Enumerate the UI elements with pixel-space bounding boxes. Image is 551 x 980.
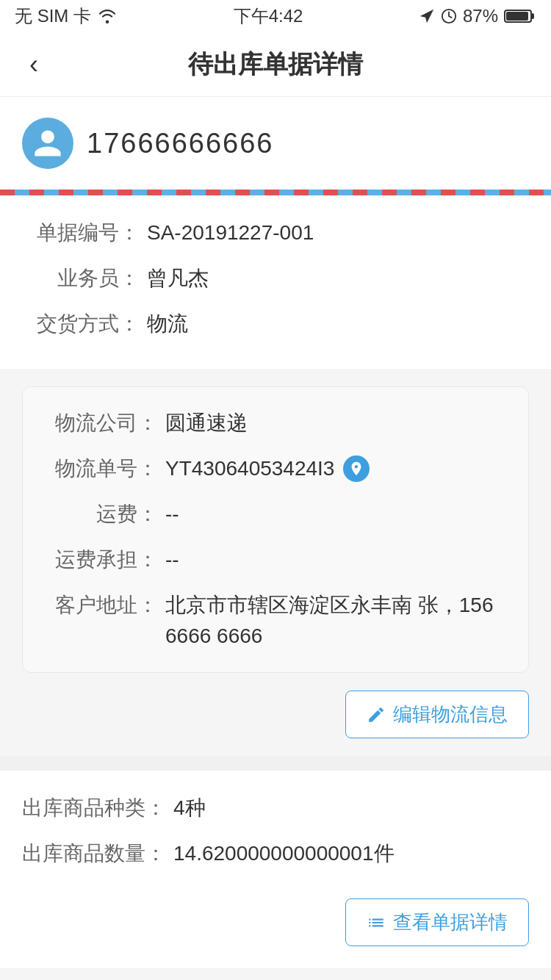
delivery-method-row: 交货方式： 物流	[22, 309, 529, 339]
order-number-value: SA-20191227-001	[147, 217, 529, 248]
address-label: 客户地址：	[40, 590, 158, 621]
address-row: 客户地址： 北京市市辖区海淀区永丰南 张，156 6666 6666	[40, 590, 511, 652]
avatar	[22, 118, 73, 169]
tracking-location-button[interactable]	[343, 455, 370, 482]
freight-label: 运费：	[40, 499, 158, 530]
goods-types-label: 出库商品种类：	[22, 793, 166, 824]
logistics-company-value: 圆通速递	[165, 408, 511, 439]
location-arrow-icon	[419, 8, 435, 24]
sales-person-row: 业务员： 曾凡杰	[22, 263, 529, 294]
view-details-label: 查看单据详情	[393, 909, 508, 935]
goods-quantity-label: 出库商品数量：	[22, 838, 166, 869]
freight-bearer-label: 运费承担：	[40, 544, 158, 575]
sales-person-value: 曾凡杰	[147, 263, 529, 294]
order-number-label: 单据编号：	[22, 217, 140, 248]
battery-text: 87%	[463, 6, 498, 26]
map-pin-icon	[348, 461, 364, 477]
order-number-row: 单据编号： SA-20191227-001	[22, 217, 529, 248]
freight-value: --	[165, 499, 511, 530]
empty-space	[0, 968, 551, 980]
logistics-tracking-number: YT43064053424I3	[165, 453, 334, 484]
logistics-tracking-row: 物流单号： YT43064053424I3	[40, 453, 511, 484]
delivery-method-label: 交货方式：	[22, 309, 140, 339]
logistics-tracking-label: 物流单号：	[40, 453, 158, 484]
view-details-button[interactable]: 查看单据详情	[345, 898, 529, 946]
goods-types-row: 出库商品种类： 4种	[22, 793, 529, 824]
address-value: 北京市市辖区海淀区永丰南 张，156 6666 6666	[165, 590, 511, 652]
edit-logistics-label: 编辑物流信息	[393, 702, 508, 727]
logistics-card: 物流公司： 圆通速递 物流单号： YT43064053424I3 运费： -- …	[22, 386, 529, 673]
person-icon	[32, 127, 64, 159]
freight-bearer-value: --	[165, 544, 511, 575]
status-right: 87%	[419, 6, 536, 26]
delivery-method-value: 物流	[147, 309, 529, 339]
goods-quantity-row: 出库商品数量： 14.620000000000001件	[22, 838, 529, 869]
wifi-icon	[97, 9, 118, 24]
user-phone: 17666666666	[87, 128, 273, 159]
back-button[interactable]: ‹	[22, 42, 46, 87]
carrier-text: 无 SIM 卡	[15, 4, 91, 28]
clock-icon	[441, 8, 457, 24]
logistics-tracking-value-container: YT43064053424I3	[165, 453, 511, 484]
goods-types-value: 4种	[173, 793, 529, 824]
status-time: 下午4:42	[234, 4, 303, 28]
svg-rect-2	[531, 13, 534, 19]
sales-person-label: 业务员：	[22, 263, 140, 294]
edit-btn-row: 编辑物流信息	[0, 691, 551, 756]
status-bar: 无 SIM 卡 下午4:42 87%	[0, 0, 551, 32]
edit-icon	[367, 705, 386, 724]
freight-bearer-row: 运费承担： --	[40, 544, 511, 575]
nav-bar: ‹ 待出库单据详情	[0, 32, 551, 97]
battery-icon	[504, 8, 536, 24]
edit-logistics-button[interactable]: 编辑物流信息	[345, 691, 529, 738]
svg-rect-3	[506, 12, 528, 21]
goods-quantity-value: 14.620000000000001件	[173, 838, 529, 869]
section-separator-1	[0, 756, 551, 771]
freight-row: 运费： --	[40, 499, 511, 530]
status-left: 无 SIM 卡	[15, 4, 118, 28]
list-icon	[367, 913, 386, 932]
order-info-section: 单据编号： SA-20191227-001 业务员： 曾凡杰 交货方式： 物流	[0, 195, 551, 369]
logistics-company-label: 物流公司：	[40, 408, 158, 439]
page-title: 待出库单据详情	[188, 48, 363, 82]
dashed-divider	[0, 190, 551, 195]
goods-section: 出库商品种类： 4种 出库商品数量： 14.620000000000001件	[0, 771, 551, 898]
view-details-btn-row: 查看单据详情	[0, 898, 551, 968]
user-header: 17666666666	[0, 97, 551, 190]
logistics-company-row: 物流公司： 圆通速递	[40, 408, 511, 439]
